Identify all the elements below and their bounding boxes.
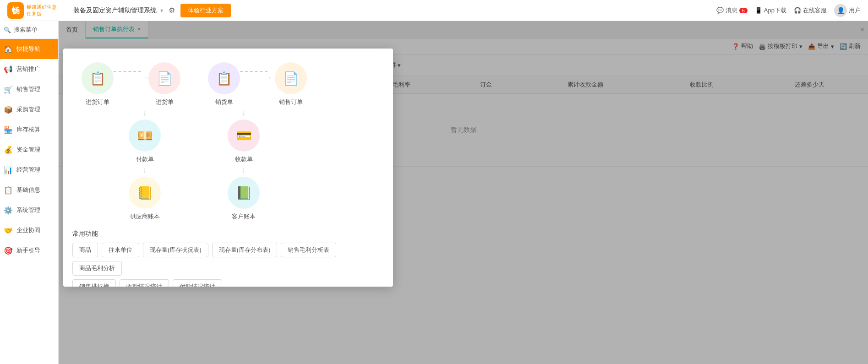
modal-dialog: 📋 进货订单 → 📄 进货单 (63, 49, 393, 287)
sidebar-item-quick-nav[interactable]: 🏠 快捷导航 (0, 39, 58, 59)
beginner-icon: 🎯 (4, 246, 13, 255)
main-area: 🔍 搜索菜单 🏠 快捷导航 📢 营销推广 🛒 销售管理 📦 采购管理 🏪 (0, 21, 868, 364)
app-title: 装备及固定资产辅助管理系统 (73, 6, 157, 15)
sidebar-item-operations[interactable]: 📊 经营管理 (0, 160, 58, 180)
flow-node-sales-order[interactable]: 📄 销售订单 (275, 62, 307, 106)
sales-order-circle: 📄 (275, 62, 307, 94)
btn-stock-distribution[interactable]: 现存量(库存分布表) (212, 243, 278, 257)
purchase-icon: 📦 (4, 105, 13, 114)
system-icon: ⚙️ (4, 206, 13, 215)
right-panel: 首页 销售订单执行表 × × ❓ 帮助 🖨️ 按模板打印 ▾ (59, 21, 868, 364)
sidebar-item-finance[interactable]: 💰 资金管理 (0, 140, 58, 160)
home-icon: 🏠 (4, 44, 13, 54)
logo-text: 畅康通好生意 任务版 (27, 4, 57, 17)
payment-circle: 💴 (129, 120, 161, 152)
message-item[interactable]: 💬 消息 6 (716, 6, 748, 15)
top-bar: 畅 畅康通好生意 任务版 装备及固定资产辅助管理系统 ▾ ⚙ 体验行业方案 💬 … (0, 0, 868, 21)
app-download-item[interactable]: 📱 App下载 (755, 6, 786, 15)
app-container: 畅 畅康通好生意 任务版 装备及固定资产辅助管理系统 ▾ ⚙ 体验行业方案 💬 … (0, 0, 868, 364)
flow-node-customer-ledger[interactable]: 📗 客户账本 (228, 177, 260, 221)
app-title-section: 装备及固定资产辅助管理系统 ▾ ⚙ 体验行业方案 (66, 4, 716, 17)
receipt-circle: 💳 (228, 120, 260, 152)
search-menu[interactable]: 🔍 搜索菜单 (0, 21, 58, 39)
operations-icon: 📊 (4, 165, 13, 174)
sidebar-item-basic-info[interactable]: 📋 基础信息 (0, 180, 58, 200)
supplier-ledger-label: 供应商账本 (130, 212, 160, 221)
btn-payment-stats[interactable]: 付款情况统计 (173, 279, 222, 287)
modal-overlay[interactable]: 📋 进货订单 → 📄 进货单 (59, 21, 868, 364)
basic-info-icon: 📋 (4, 185, 13, 195)
enterprise-icon: 🤝 (4, 226, 13, 235)
customer-ledger-label: 客户账本 (232, 212, 256, 221)
supplier-ledger-circle: 📒 (129, 177, 161, 209)
flow-node-receipt[interactable]: 💳 收款单 (228, 120, 260, 163)
flow-section: 📋 进货订单 → 📄 进货单 (63, 49, 393, 230)
sidebar-item-system[interactable]: ⚙️ 系统管理 (0, 200, 58, 220)
btn-stock-status[interactable]: 现存量(库存状况表) (143, 243, 208, 257)
purchase-order-label: 进货订单 (86, 98, 109, 106)
btn-receipt-stats[interactable]: 收款情况统计 (120, 279, 169, 287)
flow-node-purchase-order[interactable]: 📋 进货订单 (82, 62, 114, 106)
search-icon: 🔍 (4, 27, 11, 33)
receipt-label: 收款单 (235, 155, 253, 163)
top-right: 💬 消息 6 📱 App下载 🎧 在线客服 👤 用户 (716, 4, 861, 17)
headset-icon: 🎧 (794, 7, 801, 14)
customer-ledger-circle: 📗 (228, 177, 260, 209)
sidebar-item-marketing[interactable]: 📢 营销推广 (0, 59, 58, 79)
flow-node-payment[interactable]: 💴 付款单 (129, 120, 161, 163)
btn-partner[interactable]: 往来单位 (102, 243, 139, 257)
finance-icon: 💰 (4, 145, 13, 154)
message-badge: 6 (739, 8, 748, 13)
sidebar-item-beginner[interactable]: 🎯 新手引导 (0, 240, 58, 261)
flow-node-supplier-ledger[interactable]: 📒 供应商账本 (129, 177, 161, 221)
flow-node-purchase-bill[interactable]: 📄 进货单 (148, 62, 180, 106)
user-item[interactable]: 👤 用户 (834, 4, 861, 17)
settings-icon[interactable]: ⚙ (169, 6, 175, 15)
purchase-bill-circle: 📄 (148, 62, 180, 94)
btn-product-profit-analysis[interactable]: 商品毛利分析 (72, 261, 122, 276)
common-section: 常用功能 商品 往来单位 现存量(库存状况表) 现存量(库存分布表) 销售毛利分… (63, 230, 393, 287)
inventory-icon: 🏪 (4, 125, 13, 134)
sales-order-label: 销售订单 (279, 98, 303, 106)
trial-button[interactable]: 体验行业方案 (180, 4, 231, 17)
logo-icon: 畅 (7, 2, 24, 19)
sales-bill-circle: 📋 (208, 62, 240, 94)
message-icon: 💬 (716, 7, 724, 14)
sales-icon: 🛒 (4, 85, 13, 94)
dropdown-arrow-icon[interactable]: ▾ (160, 7, 163, 14)
flow-node-sales-bill[interactable]: 📋 销货单 (208, 62, 240, 106)
online-service-item[interactable]: 🎧 在线客服 (794, 6, 827, 15)
sidebar-item-inventory[interactable]: 🏪 库存核算 (0, 120, 58, 140)
sidebar-item-sales[interactable]: 🛒 销售管理 (0, 79, 58, 99)
purchase-bill-label: 进货单 (156, 98, 174, 106)
common-buttons: 商品 往来单位 现存量(库存状况表) 现存量(库存分布表) 销售毛利分析表 商品… (72, 243, 384, 276)
btn-product[interactable]: 商品 (72, 243, 98, 257)
sidebar-item-enterprise[interactable]: 🤝 企业协同 (0, 220, 58, 240)
app-download-icon: 📱 (755, 7, 762, 14)
marketing-icon: 📢 (4, 65, 13, 74)
common-title: 常用功能 (72, 230, 384, 238)
payment-label: 付款单 (136, 155, 154, 163)
btn-sales-profit-analysis[interactable]: 销售毛利分析表 (281, 243, 336, 257)
common-buttons-row2: 销售排行榜 收款情况统计 付款情况统计 (72, 279, 384, 287)
sales-bill-label: 销货单 (215, 98, 233, 106)
btn-sales-ranking[interactable]: 销售排行榜 (72, 279, 116, 287)
sidebar-item-purchase[interactable]: 📦 采购管理 (0, 99, 58, 120)
logo-section: 畅 畅康通好生意 任务版 (7, 2, 66, 19)
avatar: 👤 (834, 4, 847, 17)
sidebar: 🔍 搜索菜单 🏠 快捷导航 📢 营销推广 🛒 销售管理 📦 采购管理 🏪 (0, 21, 59, 364)
purchase-order-circle: 📋 (82, 62, 114, 94)
